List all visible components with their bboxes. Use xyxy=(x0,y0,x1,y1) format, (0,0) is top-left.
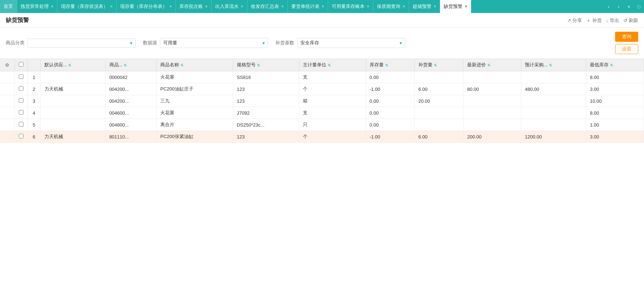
datasource-select[interactable]: 可用量 ▾ xyxy=(160,38,268,48)
td-est-purchase: 1200.00 xyxy=(521,131,586,143)
th-stock[interactable]: 库存量 ⇅ xyxy=(366,59,414,71)
table-container: ⚙ 默认供应... ⇅ 商品... xyxy=(0,59,644,287)
td-empty xyxy=(0,71,14,83)
td-latest-price xyxy=(464,95,521,107)
td-unit: 个 xyxy=(299,83,366,95)
tab-in-out-flow[interactable]: 出入库流水× xyxy=(212,0,247,13)
tab-close-shortage[interactable]: × xyxy=(465,4,467,9)
th-spec[interactable]: 规格型号 ⇅ xyxy=(233,59,299,71)
tab-expiry-query[interactable]: 保质期查询× xyxy=(373,0,409,13)
th-stock-label: 库存量 xyxy=(370,62,384,68)
sort-replenish-icon: ⇅ xyxy=(434,63,437,67)
refresh-button[interactable]: ↺ 刷新 xyxy=(623,17,638,24)
replenish-icon: ＋ xyxy=(586,17,591,24)
td-unit: 支 xyxy=(299,71,366,83)
th-latest-price[interactable]: 最新进价 ⇅ xyxy=(464,59,521,71)
tab-stock-status[interactable]: 现存量（库存状况表）× xyxy=(57,0,117,13)
tab-shortage[interactable]: 缺货预警× xyxy=(440,0,471,13)
query-button[interactable]: 查询 xyxy=(615,32,638,42)
table-row: 4 004600... 火花塞 J7092 支 0.00 8.00 xyxy=(0,107,644,119)
td-empty xyxy=(0,119,14,131)
sort-est-purchase-icon: ⇅ xyxy=(549,63,552,67)
tab-close-stock-status[interactable]: × xyxy=(110,4,113,9)
tab-close-order-stats[interactable]: × xyxy=(322,4,324,9)
td-product-name: 火花塞 xyxy=(157,71,233,83)
tab-close-stock-batch[interactable]: × xyxy=(205,4,208,9)
tab-stock-dist[interactable]: 现存量（库存分布表）× xyxy=(117,0,176,13)
export-button[interactable]: ↓ 导出 xyxy=(606,17,619,24)
tab-label: 缺货预警 xyxy=(444,3,462,10)
row-checkbox-0[interactable] xyxy=(19,74,23,79)
settings-button[interactable]: 设置 xyxy=(615,44,638,54)
td-replenish: 6.00 xyxy=(414,131,463,143)
td-min-stock: 3.00 xyxy=(586,83,644,95)
row-checkbox-3[interactable] xyxy=(19,110,23,115)
td-num: 5 xyxy=(27,119,40,131)
th-product-name[interactable]: 商品名称 ⇅ xyxy=(157,59,233,71)
tab-available-ledger[interactable]: 可用量库存账本× xyxy=(328,0,373,13)
tab-label: 拣货异常处理 xyxy=(21,3,49,10)
tab-label: 保质期查询 xyxy=(377,3,400,10)
tab-close-stock-dist[interactable]: × xyxy=(169,4,172,9)
tab-abnormal[interactable]: 拣货异常处理× xyxy=(17,0,57,13)
select-all-checkbox[interactable] xyxy=(19,62,23,67)
replenish-base-select[interactable]: 安全库存 ▾ xyxy=(297,38,405,48)
tab-close-collect-summary[interactable]: × xyxy=(281,4,284,9)
td-latest-price xyxy=(464,119,521,131)
tab-overstock[interactable]: 超储预警× xyxy=(409,0,440,13)
td-latest-price xyxy=(464,107,521,119)
close-all-btn[interactable]: × xyxy=(624,0,634,13)
tab-prev-btn[interactable]: ‹ xyxy=(604,0,614,13)
th-gear[interactable]: ⚙ xyxy=(0,59,14,71)
td-est-purchase: 480.00 xyxy=(521,83,586,95)
row-checkbox-5[interactable] xyxy=(19,134,23,138)
row-checkbox-1[interactable] xyxy=(19,86,23,91)
th-replenish[interactable]: 补货量 ⇅ xyxy=(414,59,463,71)
category-select[interactable]: ▾ xyxy=(27,39,136,48)
td-product-name: 三九 xyxy=(157,95,233,107)
tab-close-expiry-query[interactable]: × xyxy=(402,4,405,9)
tab-close-available-ledger[interactable]: × xyxy=(367,4,369,9)
header-actions: ↗ 分享 ＋ 补货 ↓ 导出 ↺ 刷新 xyxy=(567,17,639,24)
tab-collect-summary[interactable]: 收发存汇总表× xyxy=(247,0,288,13)
replenish-base-value: 安全库存 xyxy=(300,40,319,46)
table-row: 2 力天机械 004200... PC200油缸庄子 123 个 -1.00 6… xyxy=(0,83,644,95)
td-unit: 支 xyxy=(299,107,366,119)
td-num: 1 xyxy=(27,71,40,83)
replenish-button[interactable]: ＋ 补货 xyxy=(586,17,602,24)
th-unit[interactable]: 主计量单位 ⇅ xyxy=(299,59,366,71)
td-num: 3 xyxy=(27,95,40,107)
gear-icon[interactable]: ⚙ xyxy=(4,62,11,68)
tab-close-overstock[interactable]: × xyxy=(434,4,436,9)
td-default-supplier: 力天机械 xyxy=(40,131,105,143)
replenish-base-filter: 补货基数 安全库存 ▾ xyxy=(275,38,405,48)
tab-order-stats[interactable]: 要货单统计表× xyxy=(288,0,328,13)
tab-bar: 首页拣货异常处理×现存量（库存状况表）×现存量（库存分布表）×库存批次账×出入库… xyxy=(0,0,644,13)
table-header-row: ⚙ 默认供应... ⇅ 商品... xyxy=(0,59,644,71)
th-est-purchase[interactable]: 预计采购... ⇅ xyxy=(521,59,586,71)
td-replenish xyxy=(414,71,463,83)
th-product-code[interactable]: 商品... ⇅ xyxy=(105,59,156,71)
td-stock: -1.00 xyxy=(366,131,414,143)
td-product-name: 火花塞 xyxy=(157,107,233,119)
th-min-stock[interactable]: 最低库存 ⇅ xyxy=(586,59,644,71)
td-stock: 0.00 xyxy=(366,71,414,83)
refresh-icon: ↺ xyxy=(623,18,627,23)
tab-stock-batch[interactable]: 库存批次账× xyxy=(176,0,212,13)
refresh-label: 刷新 xyxy=(629,17,638,24)
td-checkbox xyxy=(14,107,27,119)
th-default-supplier[interactable]: 默认供应... ⇅ xyxy=(40,59,105,71)
td-num: 2 xyxy=(27,83,40,95)
maximize-btn[interactable]: □ xyxy=(634,0,644,13)
share-button[interactable]: ↗ 分享 xyxy=(567,17,582,24)
row-checkbox-2[interactable] xyxy=(19,98,23,103)
tab-next-btn[interactable]: › xyxy=(614,0,624,13)
tab-close-abnormal[interactable]: × xyxy=(51,4,53,9)
td-replenish xyxy=(414,107,463,119)
td-num: 6 xyxy=(27,131,40,143)
td-stock: 0.00 xyxy=(366,119,414,131)
row-checkbox-4[interactable] xyxy=(19,122,23,127)
td-latest-price xyxy=(464,71,521,83)
tab-home[interactable]: 首页 xyxy=(0,0,17,13)
tab-close-in-out-flow[interactable]: × xyxy=(241,4,243,9)
